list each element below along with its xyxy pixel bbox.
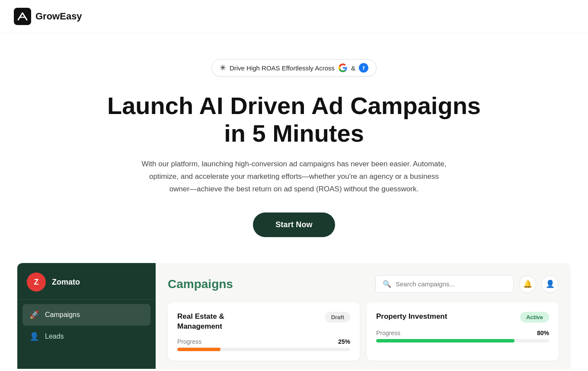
sidebar-nav: 🚀 Campaigns 👤 Leads <box>17 300 156 352</box>
card-header-2: Property Investment Active <box>376 312 549 323</box>
campaigns-icon: 🚀 <box>29 310 39 320</box>
leads-icon: 👤 <box>29 332 39 341</box>
campaign-card-1: Real Estate & Management Draft Progress … <box>168 302 360 360</box>
sidebar-brand: Z Zomato <box>17 263 156 300</box>
notifications-button[interactable]: 🔔 <box>519 276 536 293</box>
facebook-icon: f <box>359 63 368 73</box>
panel-header: Campaigns 🔍 🔔 👤 <box>168 275 559 293</box>
preview-section: Z Zomato 🚀 Campaigns 👤 Leads Campaigns 🔍 <box>0 263 588 369</box>
svg-rect-0 <box>14 8 31 25</box>
panel-title: Campaigns <box>168 277 233 291</box>
card-title-2: Property Investment <box>376 312 447 321</box>
logo: GrowEasy <box>14 8 82 25</box>
logo-icon <box>14 8 31 25</box>
campaign-cards: Real Estate & Management Draft Progress … <box>168 302 559 360</box>
hero-title: Launch AI Driven Ad Campaigns in 5 Minut… <box>99 92 489 148</box>
progress-label-1: Progress 25% <box>177 338 350 345</box>
hero-description: With our platform, launching high-conver… <box>138 158 450 196</box>
logo-text: GrowEasy <box>35 11 82 22</box>
profile-button[interactable]: 👤 <box>541 276 559 293</box>
status-badge-2: Active <box>520 312 549 323</box>
badge-text: Drive High ROAS Effortlessly Across <box>230 64 335 72</box>
start-now-button[interactable]: Start Now <box>253 212 335 237</box>
badge-separator: & <box>351 64 355 72</box>
header: GrowEasy <box>0 0 588 33</box>
brand-initial: Z <box>34 278 39 287</box>
sidebar-item-leads[interactable]: 👤 Leads <box>22 326 150 347</box>
progress-pct-1: 25% <box>338 338 350 345</box>
google-icon <box>338 63 348 73</box>
search-bar: 🔍 <box>375 275 514 293</box>
hero-section: ✳ Drive High ROAS Effortlessly Across & … <box>0 33 588 254</box>
brand-name: Zomato <box>52 278 80 287</box>
sidebar-item-leads-label: Leads <box>45 333 64 340</box>
brand-avatar: Z <box>27 273 46 292</box>
progress-label-2: Progress 80% <box>376 330 549 336</box>
card-header-1: Real Estate & Management Draft <box>177 312 350 331</box>
header-actions: 🔍 🔔 👤 <box>375 275 559 293</box>
sidebar-item-campaigns[interactable]: 🚀 Campaigns <box>22 304 150 326</box>
status-badge-1: Draft <box>325 312 350 323</box>
hero-badge: ✳ Drive High ROAS Effortlessly Across & … <box>211 59 377 76</box>
search-input[interactable] <box>396 280 506 288</box>
sidebar: Z Zomato 🚀 Campaigns 👤 Leads <box>17 263 156 369</box>
progress-bar-fill-2 <box>376 339 514 342</box>
main-panel: Campaigns 🔍 🔔 👤 Real Estate & Management… <box>156 263 571 369</box>
campaign-card-2: Property Investment Active Progress 80% <box>367 302 559 360</box>
badge-star-icon: ✳ <box>220 63 226 73</box>
card-title-1: Real Estate & Management <box>177 312 255 331</box>
sidebar-item-campaigns-label: Campaigns <box>45 311 80 319</box>
progress-pct-2: 80% <box>537 330 549 336</box>
progress-bar-fill-1 <box>177 348 220 351</box>
progress-bar-bg-1 <box>177 348 350 351</box>
progress-bar-bg-2 <box>376 339 549 342</box>
search-icon: 🔍 <box>383 280 391 288</box>
